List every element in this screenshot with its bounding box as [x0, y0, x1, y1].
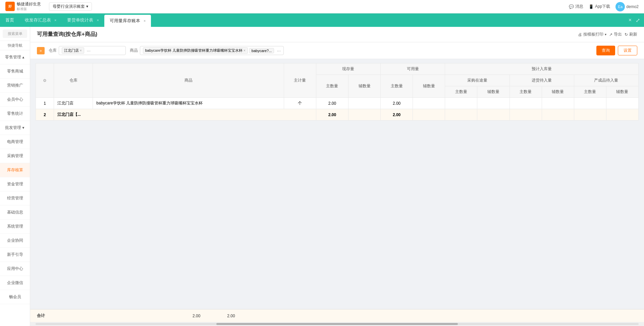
- product-tag-1: babycare学饮杯 儿童防摔防撞吸管杯重力球吸嘴杯宝宝水杯 ×: [143, 47, 248, 54]
- industry-selector[interactable]: 母婴行业演示账套 ▾: [49, 2, 92, 11]
- app-download-btn[interactable]: 📱 App下载: [589, 4, 610, 9]
- filter-actions: 查询 设置: [596, 46, 637, 55]
- chevron-down-icon: ▼: [22, 126, 25, 130]
- print-icon: 🖨: [578, 32, 582, 37]
- warehouse-tag-remove[interactable]: ×: [80, 49, 82, 52]
- row-pur-aux: [477, 98, 509, 109]
- sidebar-item-app-center[interactable]: 应用中心: [0, 262, 30, 276]
- sidebar-item-wholesale-mgmt[interactable]: 批发管理 ▼: [0, 121, 30, 135]
- sidebar-item-basic-info-label: 基础信息: [7, 209, 23, 215]
- page-title: 可用量查询(按仓库+商品): [37, 31, 97, 42]
- subtotal-avail-aux: [413, 109, 445, 121]
- col-pur-aux: 辅数量: [477, 86, 509, 98]
- tab-receive-pay[interactable]: 收发存汇总表 ×: [19, 13, 62, 27]
- subtotal-no: 2: [36, 109, 54, 121]
- product-tag-1-remove[interactable]: ×: [244, 49, 246, 52]
- export-icon: ↗: [609, 32, 612, 37]
- message-btn[interactable]: 💬 消息: [569, 4, 583, 9]
- print-btn[interactable]: 🖨 按模板打印 ▾: [578, 32, 606, 37]
- col-gear[interactable]: ⚙: [36, 63, 54, 98]
- sidebar-search-btn[interactable]: 搜索菜单: [3, 30, 27, 38]
- sidebar-search-area: 搜索菜单: [0, 27, 30, 41]
- nav-close-btn[interactable]: ×: [627, 16, 633, 25]
- sidebar-item-retail-stats[interactable]: 零售统计: [0, 107, 30, 121]
- warehouse-input[interactable]: 江北门店 × ···: [59, 46, 126, 55]
- sidebar-item-finance-mgmt[interactable]: 资金管理: [0, 177, 30, 191]
- subtotal-prod-aux: [606, 109, 638, 121]
- top-bar-right: 💬 消息 📱 App下载 Ea demo2: [569, 2, 639, 11]
- chevron-down-icon: ▾: [86, 4, 88, 9]
- page-header: 可用量查询(按仓库+商品) 🖨 按模板打印 ▾ ↗ 导出 ↻ 刷新: [30, 27, 644, 42]
- warehouse-filter-group: 仓库 江北门店 × ···: [49, 46, 126, 55]
- settings-btn[interactable]: 设置: [618, 46, 637, 55]
- sidebar-item-member-center[interactable]: 会员中心: [0, 93, 30, 107]
- sidebar-item-enterprise-collab[interactable]: 企业协同: [0, 234, 30, 248]
- col-pur-main: 主数量: [445, 86, 477, 98]
- sidebar-item-new-guide[interactable]: 新手引导: [0, 248, 30, 262]
- scrollbar-thumb[interactable]: [216, 323, 458, 325]
- print-arrow-icon: ▾: [605, 33, 606, 36]
- product-input[interactable]: babycare学饮杯 儿童防摔防撞吸管杯重力球吸嘴杯宝宝水杯 × babyca…: [140, 46, 284, 55]
- tab-home[interactable]: 首页: [0, 13, 19, 27]
- message-label: 消息: [575, 4, 583, 9]
- expand-filter-btn[interactable]: »: [37, 47, 45, 54]
- content-area: 可用量查询(按仓库+商品) 🖨 按模板打印 ▾ ↗ 导出 ↻ 刷新 »: [30, 27, 644, 326]
- col-prod-main: 主数量: [574, 86, 606, 98]
- sidebar-item-retail-mgmt[interactable]: 零售管理 ▲: [0, 50, 30, 64]
- product-tag-2: babycare?...: [249, 48, 274, 53]
- tab-order-stats-label: 要货单统计表: [67, 17, 93, 23]
- download-label: App下载: [595, 4, 610, 9]
- top-bar-left: 好 畅捷通好生意 标准版 母婴行业演示账套 ▾: [5, 2, 92, 11]
- export-btn[interactable]: ↗ 导出: [609, 32, 622, 37]
- logo-subtext: 标准版: [17, 7, 41, 11]
- horizontal-scrollbar[interactable]: [30, 322, 644, 326]
- sidebar-item-enterprise-collab-label: 企业协同: [7, 238, 23, 243]
- username: demo2: [626, 4, 639, 9]
- total-label: 合计: [37, 313, 45, 319]
- tab-order-stats[interactable]: 要货单统计表 ×: [62, 13, 104, 27]
- col-warehouse: 仓库: [54, 63, 93, 98]
- sidebar-item-member-vip[interactable]: 畅会员: [0, 290, 30, 304]
- export-label: 导出: [614, 32, 622, 37]
- sidebar-item-basic-info[interactable]: 基础信息: [0, 205, 30, 220]
- row-inc-main: [509, 98, 542, 109]
- col-forecast-header: 预计入库量: [445, 63, 639, 75]
- sidebar-item-retail-mall[interactable]: 零售商城: [0, 64, 30, 79]
- sidebar: 搜索菜单 快捷导航 零售管理 ▲ 零售商城 营销推广 会员中心 零售统计 批发管…: [0, 27, 30, 326]
- print-label: 按模板打印: [583, 32, 603, 37]
- total-avail-main: 2.00: [227, 314, 235, 318]
- query-btn[interactable]: 查询: [596, 46, 615, 55]
- page-header-actions: 🖨 按模板打印 ▾ ↗ 导出 ↻ 刷新: [578, 32, 637, 41]
- tab-receive-pay-close[interactable]: ×: [54, 18, 56, 22]
- sidebar-item-enterprise-wechat-label: 企业微信: [7, 280, 23, 286]
- sidebar-item-purchase-mgmt[interactable]: 采购管理: [0, 149, 30, 163]
- tab-available-stock-close[interactable]: ×: [144, 19, 146, 23]
- sidebar-quick-nav[interactable]: 快捷导航: [0, 41, 30, 50]
- sidebar-item-ecommerce-mgmt[interactable]: 电商管理: [0, 135, 30, 149]
- sidebar-item-operations-mgmt[interactable]: 经营管理: [0, 191, 30, 205]
- row-prod-aux: [606, 98, 638, 109]
- sidebar-item-enterprise-wechat[interactable]: 企业微信: [0, 276, 30, 290]
- nav-expand-btn[interactable]: ⤢: [634, 16, 641, 25]
- sidebar-item-system-mgmt[interactable]: 系统管理: [0, 220, 30, 234]
- tab-available-stock[interactable]: 可用量库存账本 ×: [104, 15, 151, 27]
- subtotal-label: 江北门店【...: [54, 109, 316, 121]
- col-available-header: 可用量: [381, 63, 445, 75]
- scrollbar-track: [36, 323, 639, 325]
- sidebar-item-marketing[interactable]: 营销推广: [0, 79, 30, 93]
- product-tag-2-value: babycare?...: [252, 49, 272, 53]
- tab-home-label: 首页: [5, 17, 14, 23]
- sidebar-item-new-guide-label: 新手引导: [7, 252, 23, 258]
- tab-order-stats-close[interactable]: ×: [97, 18, 99, 22]
- sidebar-item-wholesale-mgmt-label: 批发管理: [5, 125, 21, 131]
- product-more-icon[interactable]: ···: [277, 48, 281, 53]
- refresh-btn[interactable]: ↻ 刷新: [625, 32, 637, 37]
- nav-tabs-right: × ⤢: [627, 13, 644, 27]
- sidebar-item-retail-mall-label: 零售商城: [7, 68, 23, 74]
- user-profile[interactable]: Ea demo2: [615, 2, 639, 11]
- sidebar-item-inventory-check[interactable]: 库存核算: [0, 163, 30, 177]
- tab-receive-pay-label: 收发存汇总表: [25, 17, 51, 23]
- row-avail-aux: [413, 98, 445, 109]
- warehouse-more-icon[interactable]: ···: [87, 48, 91, 53]
- sidebar-item-finance-mgmt-label: 资金管理: [7, 181, 23, 187]
